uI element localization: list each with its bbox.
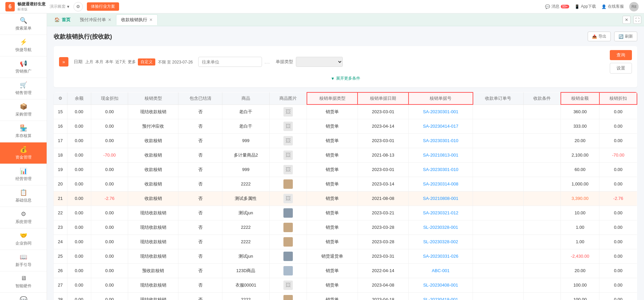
- sidebar-item-wechat[interactable]: 💬 企业微信: [0, 293, 47, 300]
- online-service-button[interactable]: 👤 在线客服: [601, 4, 624, 9]
- sidebar-item-system[interactable]: ⚙ 系统管理: [0, 207, 47, 228]
- dots-button[interactable]: ...: [265, 59, 270, 65]
- sidebar-item-search[interactable]: 🔍 搜索菜单: [0, 13, 47, 35]
- doc-link[interactable]: SA-20210808-001: [423, 196, 459, 201]
- cell-amount: 360.00: [561, 104, 599, 119]
- doctype-select[interactable]: [296, 57, 343, 67]
- sidebar-item-basic[interactable]: 📋 基础信息: [0, 185, 47, 207]
- cell-cash-discount: 0.00: [91, 162, 128, 177]
- tab-home[interactable]: 🏠 首页: [50, 15, 75, 25]
- cell-amount: 1,000.00: [561, 177, 599, 191]
- trial-button[interactable]: 体验行业方案: [87, 2, 119, 11]
- cell-pay-term: [523, 133, 560, 148]
- doc-link[interactable]: SA-20230414-017: [423, 124, 459, 129]
- gear-button[interactable]: ⚙: [73, 2, 83, 11]
- cell-cash-discount: 0.00: [91, 249, 128, 263]
- cell-id: 24: [54, 234, 67, 249]
- more-link[interactable]: 更多: [128, 59, 136, 65]
- cooperation-icon: 🤝: [20, 232, 27, 239]
- filter-expand-button[interactable]: »: [59, 57, 68, 67]
- goods-image: [283, 223, 293, 232]
- cell-doc-no: SA-20230314-008: [409, 177, 473, 191]
- cell-cash-discount: 0.00: [91, 104, 128, 119]
- doc-link[interactable]: SA-20210813-001: [423, 153, 459, 158]
- page-actions: 📤 导出 🔄 刷新: [588, 32, 637, 41]
- expand-more-button[interactable]: ▼ 展开更多条件: [59, 74, 632, 83]
- export-button[interactable]: 📤 导出: [588, 32, 611, 41]
- sidebar-item-guide[interactable]: 📖 新手引导: [0, 250, 47, 271]
- app-icon: 📱: [575, 4, 580, 9]
- sidebar-item-inventory[interactable]: 🏪 库存核算: [0, 121, 47, 142]
- tab-prepay[interactable]: 预付冲应付单 ✕: [75, 15, 116, 25]
- cell-type: 现结收款核销: [128, 104, 178, 119]
- col-gear[interactable]: ⚙: [54, 92, 67, 104]
- custom-date-button[interactable]: 自定义: [138, 58, 155, 66]
- sidebar-item-quicknav[interactable]: ⚡ 快捷导航: [0, 35, 47, 56]
- this-year-link[interactable]: 本年: [105, 59, 113, 65]
- query-button[interactable]: 查询: [610, 50, 632, 60]
- table-container: ⚙ 余额 现金折扣 核销类型 包含已结清 商品 商品图片 核销单据类型 核销单据…: [54, 92, 637, 300]
- cell-image: [269, 177, 307, 191]
- doc-link[interactable]: SA-20230321-012: [423, 210, 459, 215]
- cell-id: 25: [54, 249, 67, 263]
- doc-link[interactable]: SA-20230331-026: [423, 254, 459, 259]
- doc-link[interactable]: SA-20230301-001: [423, 109, 459, 114]
- cell-id: 22: [54, 206, 67, 220]
- cell-amount: 1.00: [561, 234, 599, 249]
- doc-link[interactable]: SA-20230301-010: [423, 167, 459, 172]
- refresh-button[interactable]: 🔄 刷新: [614, 32, 637, 41]
- search-icon: 🔍: [20, 17, 27, 24]
- doc-link[interactable]: SA-20230301-010: [423, 138, 459, 143]
- doc-link[interactable]: SL-20230408-001: [423, 283, 458, 288]
- sidebar-item-finance[interactable]: 💰 资金管理: [0, 142, 47, 164]
- sidebar-item-marketing[interactable]: 📢 营销推广: [0, 56, 47, 78]
- last7-link[interactable]: 近7天: [115, 59, 126, 65]
- cell-discount: 0.00: [599, 234, 637, 249]
- sidebar-item-cooperation[interactable]: 🤝 企业协同: [0, 228, 47, 250]
- cell-amount: -2,430.00: [561, 249, 599, 263]
- cell-type: 现结收款核销: [128, 249, 178, 263]
- doc-link[interactable]: SL-20230418-001: [423, 297, 458, 300]
- cell-doc-no: SL-20230328-001: [409, 220, 473, 234]
- cell-amount: 20.00: [561, 263, 599, 278]
- cell-pay-term: [523, 263, 560, 278]
- cell-order-no: [473, 292, 524, 300]
- cell-cash-discount: 0.00: [91, 292, 128, 300]
- tab-collection-close[interactable]: ✕: [149, 17, 153, 22]
- sidebar-item-purchase[interactable]: 📦 采购管理: [0, 99, 47, 121]
- message-button[interactable]: 💬 消息 99+: [545, 4, 569, 9]
- to-unit-input[interactable]: [198, 57, 262, 67]
- sidebar-item-management[interactable]: 📊 经营管理: [0, 164, 47, 185]
- last-month-link[interactable]: 上月: [85, 59, 93, 65]
- cell-doc-date: 2023-04-08: [358, 278, 409, 292]
- this-month-link[interactable]: 本月: [95, 59, 103, 65]
- tab-collection[interactable]: 收款核销执行 ✕: [116, 14, 158, 25]
- cell-balance: 0.00: [67, 104, 91, 119]
- cell-image: 🖼: [269, 104, 307, 119]
- cell-included: 否: [178, 292, 222, 300]
- doc-link[interactable]: SL-20230328-002: [423, 239, 458, 244]
- doc-link[interactable]: ABC-001: [432, 268, 449, 273]
- doc-link[interactable]: SL-20230328-001: [423, 225, 458, 230]
- sidebar-item-sales[interactable]: 🛒 销售管理: [0, 78, 47, 99]
- cell-discount: 0.00: [599, 177, 637, 191]
- app-download-button[interactable]: 📱 App下载: [575, 4, 596, 9]
- tab-close-all-button[interactable]: ✕: [623, 16, 631, 24]
- cell-doc-type: 销货退货单: [307, 249, 358, 263]
- main-layout: 🔍 搜索菜单 ⚡ 快捷导航 📢 营销推广 🛒 销售管理 📦 采购管理 🏪 库存核…: [0, 13, 644, 300]
- inventory-icon: 🏪: [20, 124, 27, 132]
- cell-doc-date: 2021-08-13: [358, 148, 409, 162]
- top-header: 6 畅捷通谱好生意 标准版 演示账套 ▾ ⚙ 体验行业方案 💬 消息 99+ 📱…: [0, 0, 644, 13]
- tab-maximize-button[interactable]: ⛶: [633, 16, 641, 24]
- cell-doc-type: 销货单: [307, 148, 358, 162]
- cell-id: 21: [54, 191, 67, 206]
- sidebar-item-hardware[interactable]: 🖥 智能硬件: [0, 271, 47, 293]
- cell-cash-discount: -2.76: [91, 191, 128, 206]
- cell-order-no: [473, 119, 524, 133]
- avatar[interactable]: Rit: [629, 2, 639, 11]
- doc-link[interactable]: SA-20230314-008: [423, 181, 459, 186]
- settings-button[interactable]: 设置: [610, 63, 632, 74]
- company-dropdown[interactable]: 演示账套 ▾: [50, 4, 69, 9]
- tab-prepay-close[interactable]: ✕: [108, 17, 111, 22]
- cell-doc-type: 销货单: [307, 263, 358, 278]
